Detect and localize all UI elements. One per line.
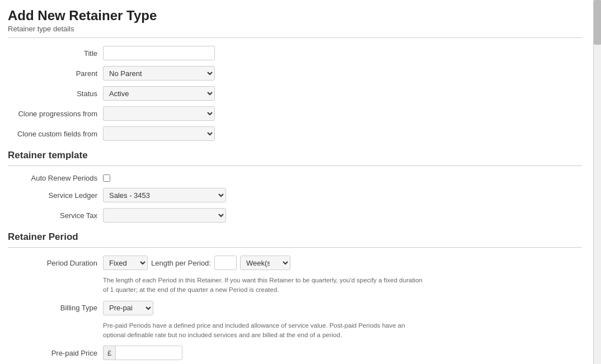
clone-progressions-row: Clone progressions from (8, 106, 582, 121)
billing-type-helper: Pre-paid Periods have a defined price an… (103, 321, 428, 341)
title-row: Title (8, 46, 582, 60)
clone-progressions-select[interactable] (103, 106, 215, 121)
template-divider (8, 166, 582, 166)
clone-fields-row: Clone custom fields from (8, 126, 582, 141)
clone-progressions-label: Clone progressions from (8, 110, 103, 118)
retainer-period-section: Retainer Period Period Duration Fixed Ro… (8, 231, 582, 364)
length-per-period-label: Length per Period: (151, 259, 211, 267)
billing-type-select[interactable]: Pre-paid Post-paid (103, 301, 153, 315)
prepaid-price-container: Pre-paid Price £ Currency fields must co… (8, 346, 582, 364)
page-title: Add New Retainer Type (8, 8, 582, 23)
currency-symbol: £ (103, 346, 115, 360)
price-input[interactable] (115, 346, 182, 360)
title-input[interactable] (103, 46, 215, 60)
auto-renew-checkbox-container (103, 174, 110, 182)
length-input[interactable] (214, 256, 237, 270)
parent-row: Parent No Parent (8, 66, 582, 81)
fixed-select[interactable]: Fixed Rolling (103, 256, 148, 270)
title-label: Title (8, 49, 103, 58)
auto-renew-label: Auto Renew Periods (8, 174, 103, 182)
clone-fields-select[interactable] (103, 126, 215, 141)
service-ledger-label: Service Ledger (8, 191, 103, 200)
scrollbar-thumb[interactable] (594, 0, 601, 45)
service-ledger-row: Service Ledger Sales - 3453 (8, 188, 582, 202)
retainer-type-details-section: Title Parent No Parent Status Active Ina… (8, 46, 582, 141)
prepaid-price-label: Pre-paid Price (8, 349, 103, 357)
prepaid-price-row: Pre-paid Price £ (8, 346, 582, 360)
retainer-template-heading: Retainer template (8, 150, 582, 161)
status-row: Status Active Inactive (8, 86, 582, 101)
billing-type-label: Billing Type (8, 304, 103, 312)
auto-renew-checkbox[interactable] (103, 174, 110, 182)
period-duration-label: Period Duration (8, 259, 103, 267)
parent-select[interactable]: No Parent (103, 66, 215, 81)
billing-helper-text: Pre-paid Periods have a defined price an… (103, 322, 405, 338)
auto-renew-row: Auto Renew Periods (8, 174, 582, 182)
header-divider (8, 37, 582, 38)
period-duration-row: Period Duration Fixed Rolling Length per… (8, 256, 582, 295)
status-label: Status (8, 89, 103, 98)
status-select[interactable]: Active Inactive (103, 86, 215, 101)
clone-fields-label: Clone custom fields from (8, 130, 103, 138)
parent-label: Parent (8, 69, 103, 78)
billing-type-row-container: Billing Type Pre-paid Post-paid Pre-paid… (8, 301, 582, 341)
scrollbar-track[interactable] (593, 0, 601, 364)
retainer-period-heading: Retainer Period (8, 231, 582, 243)
service-tax-row: Service Tax (8, 208, 582, 223)
period-duration-helper: The length of each Period in this Retain… (103, 276, 428, 295)
week-select[interactable]: Week(s) Month(s) Quarter(s) Year(s) (240, 256, 290, 270)
retainer-template-section: Retainer template Auto Renew Periods Ser… (8, 150, 582, 223)
service-ledger-select[interactable]: Sales - 3453 (103, 188, 226, 202)
service-tax-label: Service Tax (8, 211, 103, 220)
service-tax-select[interactable] (103, 208, 226, 223)
period-duration-controls: Fixed Rolling Length per Period: Week(s)… (103, 256, 290, 270)
period-divider (8, 247, 582, 248)
page-subtitle: Retainer type details (8, 25, 582, 33)
